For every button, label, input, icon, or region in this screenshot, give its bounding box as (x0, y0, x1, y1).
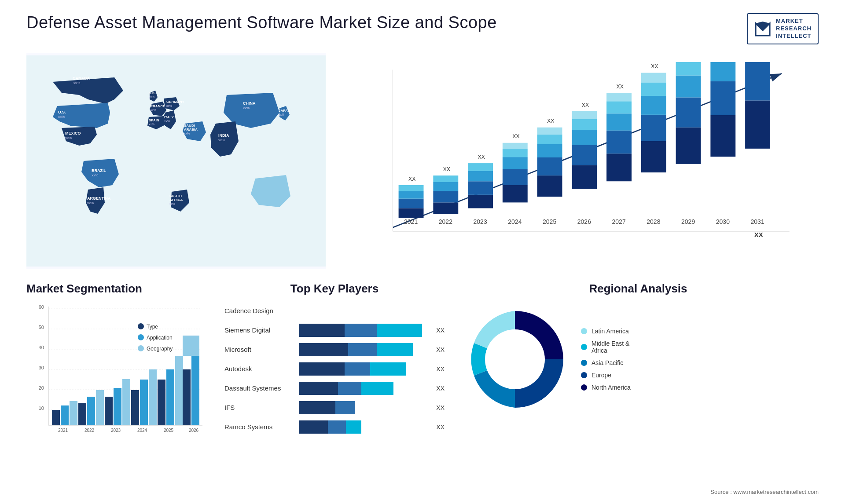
svg-text:xx%: xx% (166, 104, 172, 107)
svg-rect-124 (96, 390, 104, 425)
svg-text:ARABIA: ARABIA (184, 128, 198, 131)
svg-rect-44 (433, 202, 458, 214)
svg-text:40: 40 (39, 345, 44, 350)
svg-text:XX: XX (512, 133, 519, 139)
legend-dot-apac (581, 360, 587, 366)
regional-container: Regional Analysis (458, 282, 819, 471)
legend-dot-europe (581, 372, 587, 378)
player-name: Microsoft (224, 346, 295, 353)
svg-text:2022: 2022 (84, 428, 95, 433)
svg-rect-81 (606, 93, 632, 101)
svg-rect-52 (468, 171, 493, 181)
segmentation-title: Market Segmentation (26, 282, 211, 296)
svg-rect-51 (468, 181, 493, 195)
page-container: Defense Asset Management Software Market… (0, 0, 845, 504)
svg-text:xx%: xx% (218, 138, 225, 142)
svg-text:50: 50 (39, 325, 44, 330)
svg-text:2030: 2030 (716, 218, 730, 225)
donut-chart (458, 302, 572, 416)
svg-rect-58 (503, 157, 528, 169)
svg-text:30: 30 (39, 365, 44, 370)
svg-text:SOUTH: SOUTH (169, 194, 182, 198)
svg-rect-41 (399, 185, 424, 191)
bottom-section: Market Segmentation 60 50 40 30 20 10 (26, 282, 819, 471)
player-name: Siemens Digital (224, 326, 295, 334)
svg-rect-74 (572, 111, 597, 119)
svg-rect-140 (183, 336, 199, 356)
svg-text:XX: XX (478, 153, 485, 160)
svg-text:2022: 2022 (439, 218, 452, 225)
page-title: Defense Asset Management Software Market… (26, 13, 497, 32)
svg-rect-38 (399, 208, 424, 218)
canada-label: CANADA (73, 76, 90, 80)
svg-rect-131 (140, 380, 148, 425)
svg-rect-85 (641, 115, 666, 141)
svg-text:AFRICA: AFRICA (169, 198, 183, 202)
svg-rect-132 (149, 369, 157, 425)
svg-rect-134 (158, 380, 165, 425)
source-text: Source : www.marketresearchintellect.com (710, 489, 819, 495)
svg-rect-127 (114, 388, 121, 425)
svg-text:xx%: xx% (184, 132, 190, 135)
svg-rect-73 (572, 119, 597, 130)
segmentation-chart: 60 50 40 30 20 10 (26, 302, 211, 447)
segmentation-container: Market Segmentation 60 50 40 30 20 10 (26, 282, 211, 471)
svg-text:Application: Application (147, 335, 173, 341)
svg-text:SAUDI: SAUDI (184, 124, 195, 128)
svg-text:GERMANY: GERMANY (166, 100, 185, 104)
svg-text:10: 10 (39, 405, 44, 411)
legend-dot-mea (581, 344, 587, 350)
svg-rect-84 (641, 141, 666, 172)
svg-point-142 (138, 323, 144, 329)
svg-text:xx%: xx% (73, 81, 80, 85)
legend-label-na: North America (592, 384, 631, 391)
bar-chart-container: 2021 XX 2022 XX 2023 XX (334, 53, 819, 269)
legend-item: North America (581, 384, 631, 391)
svg-rect-97 (710, 81, 735, 115)
svg-text:2026: 2026 (577, 218, 591, 225)
svg-rect-122 (78, 403, 86, 425)
svg-text:JAPAN: JAPAN (279, 109, 290, 113)
svg-rect-70 (572, 165, 597, 189)
svg-rect-92 (676, 97, 701, 127)
top-section: CANADA xx% U.S. xx% MEXICO xx% BRAZIL xx… (26, 53, 819, 269)
svg-rect-65 (537, 144, 562, 157)
svg-rect-63 (537, 175, 562, 197)
svg-rect-88 (641, 73, 666, 82)
logo-text: MARKET RESEARCH INTELLECT (776, 18, 812, 40)
svg-text:20: 20 (39, 385, 44, 391)
svg-rect-138 (183, 369, 191, 425)
svg-rect-136 (175, 356, 183, 425)
svg-rect-135 (166, 369, 174, 425)
regional-legend: Latin America Middle East &Africa Asia P… (581, 328, 631, 391)
svg-text:ITALY: ITALY (164, 115, 174, 119)
svg-text:U.S.: U.S. (58, 110, 66, 114)
svg-text:2026: 2026 (189, 428, 199, 433)
svg-rect-98 (710, 62, 735, 81)
svg-rect-128 (122, 379, 130, 425)
svg-text:XX: XX (651, 63, 658, 69)
svg-rect-86 (641, 96, 666, 115)
svg-rect-91 (676, 127, 701, 164)
svg-text:Geography: Geography (147, 346, 173, 352)
svg-rect-39 (399, 198, 424, 208)
svg-text:2023: 2023 (474, 218, 487, 225)
player-name: Autodesk (224, 365, 295, 373)
player-name: Ramco Systems (224, 423, 295, 431)
svg-rect-120 (70, 401, 77, 425)
svg-rect-139 (191, 356, 199, 425)
player-row: Cadence Design (224, 304, 445, 318)
svg-text:2025: 2025 (543, 218, 556, 225)
svg-rect-72 (572, 130, 597, 145)
svg-rect-93 (676, 75, 701, 97)
players-container: Top Key Players Cadence Design Siemens D… (224, 282, 445, 471)
svg-rect-64 (537, 157, 562, 175)
svg-rect-118 (52, 410, 60, 425)
legend-label-latin: Latin America (592, 328, 629, 335)
svg-text:2027: 2027 (612, 218, 626, 225)
svg-rect-40 (399, 191, 424, 199)
svg-rect-126 (105, 397, 113, 425)
svg-rect-45 (433, 191, 458, 202)
svg-rect-71 (572, 145, 597, 165)
player-row: IFS XX (224, 401, 445, 414)
